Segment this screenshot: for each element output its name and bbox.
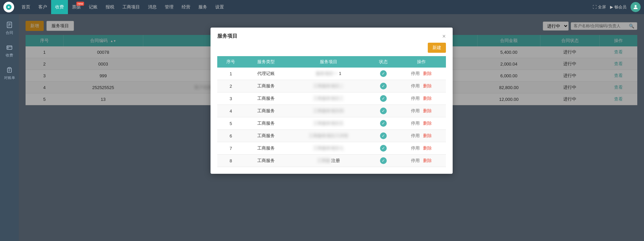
contract-icon [5,21,13,29]
sidebar-contract-label: 合同 [6,30,13,35]
main-layout: 合同 收费 对账单 [0,14,644,241]
modal-table-row: 7 工商服务 工商服务项目七 ✓ 停用 删除 [217,142,446,155]
modal-new-button[interactable]: 新建 [428,43,446,53]
svg-point-7 [8,48,8,48]
delete-button[interactable]: 删除 [423,133,432,138]
modal-table-row: 5 工商服务 工商服务项目五 ✓ 停用 删除 [217,117,446,130]
nav-operation[interactable]: 经营 [178,0,194,14]
status-active-icon: ✓ [380,120,387,127]
fullscreen-icon: ⛶ [593,5,597,9]
sidebar-statement-label: 对账单 [4,75,15,80]
modal-table-row: 4 工商服务 工商服务项目四 ✓ 停用 删除 [217,105,446,117]
stop-button[interactable]: 停用 [411,96,420,101]
modal-body: 序号 服务类型 服务项目 状态 操作 1 代理记账 服务项目一 [211,56,453,174]
stop-button[interactable]: 停用 [411,71,420,76]
fullscreen-label: 全屏 [598,4,606,10]
nav-settings[interactable]: 设置 [211,0,228,14]
delete-button[interactable]: 删除 [423,83,432,88]
stop-button[interactable]: 停用 [411,121,420,126]
delete-button[interactable]: 删除 [423,71,432,76]
status-active-icon: ✓ [380,83,387,89]
modal-table-row: 1 代理记账 服务项目一 1 ✓ 停用 删除 [217,68,446,80]
status-active-icon: ✓ [380,70,387,77]
modal-table-row: 8 工商服务 工商服 注册 ✓ 停用 删除 [217,155,446,167]
video-icon: ▶ [610,5,613,9]
top-navigation: 首页 客户 收费 票据 new 记账 报税 工商项目 消息 管理 经营 服务 设… [0,0,644,14]
statement-icon [5,66,13,74]
svg-point-1 [635,5,637,7]
app-logo [3,2,14,12]
sidebar-item-fee[interactable]: 收费 [0,40,19,61]
modal-col-type: 服务类型 [244,56,288,68]
fee-icon [5,43,13,51]
sidebar-fee-label: 收费 [6,53,13,58]
member-button[interactable]: ▶ 畅会员 [610,4,627,10]
nav-fee[interactable]: 收费 [51,0,68,14]
nav-service[interactable]: 服务 [194,0,211,14]
modal-table-row: 3 工商服务 工商服务项目三 ✓ 停用 删除 [217,92,446,105]
modal-overlay: 服务项目 × 新建 序号 服务类型 服务项目 状态 [19,14,644,241]
stop-button[interactable]: 停用 [411,146,420,151]
status-active-icon: ✓ [380,145,387,152]
status-active-icon: ✓ [380,95,387,102]
fullscreen-button[interactable]: ⛶ 全屏 [593,4,606,10]
nav-tax[interactable]: 报税 [102,0,118,14]
sidebar-item-statement[interactable]: 对账单 [0,63,19,84]
delete-button[interactable]: 删除 [423,146,432,151]
sidebar: 合同 收费 对账单 [0,14,19,241]
modal-col-status: 状态 [370,56,397,68]
stop-button[interactable]: 停用 [411,158,420,163]
modal-title: 服务项目 [217,33,237,39]
modal-toolbar: 新建 [211,39,453,56]
modal-table-row: 6 工商服务 工商服务项目六详情 ✓ 停用 删除 [217,130,446,142]
modal-header: 服务项目 × [211,28,453,39]
new-badge: new [76,2,84,6]
delete-button[interactable]: 删除 [423,96,432,101]
modal-table-row: 2 工商服务 工商服务项目二 ✓ 停用 删除 [217,80,446,92]
content-area: 新增 服务项目 进行中 🔍 序号 合同编码 ▲▼ [19,14,644,241]
nav-manage[interactable]: 管理 [161,0,178,14]
service-items-table: 序号 服务类型 服务项目 状态 操作 1 代理记账 服务项目一 [217,56,446,167]
avatar[interactable] [631,2,641,12]
nav-right: ⛶ 全屏 ▶ 畅会员 [593,2,641,12]
status-active-icon: ✓ [380,157,387,164]
nav-items: 首页 客户 收费 票据 new 记账 报税 工商项目 消息 管理 经营 服务 设… [17,0,593,14]
nav-message[interactable]: 消息 [144,0,161,14]
modal-col-action: 操作 [397,56,446,68]
modal-col-seq: 序号 [217,56,245,68]
stop-button[interactable]: 停用 [411,83,420,88]
nav-bookkeeping[interactable]: 记账 [85,0,102,14]
nav-home[interactable]: 首页 [17,0,34,14]
sidebar-item-contract[interactable]: 合同 [0,17,19,39]
modal-col-item: 服务项目 [288,56,369,68]
stop-button[interactable]: 停用 [411,108,420,113]
service-items-modal: 服务项目 × 新建 序号 服务类型 服务项目 状态 [211,28,453,174]
nav-industrial[interactable]: 工商项目 [118,0,144,14]
stop-button[interactable]: 停用 [411,133,420,138]
delete-button[interactable]: 删除 [423,121,432,126]
nav-invoice[interactable]: 票据 new [68,0,85,14]
modal-close-button[interactable]: × [442,33,446,39]
status-active-icon: ✓ [380,132,387,139]
member-label: 畅会员 [614,4,627,10]
delete-button[interactable]: 删除 [423,108,432,113]
delete-button[interactable]: 删除 [423,158,432,163]
svg-rect-8 [9,68,10,69]
nav-customer[interactable]: 客户 [34,0,51,14]
status-active-icon: ✓ [380,108,387,114]
